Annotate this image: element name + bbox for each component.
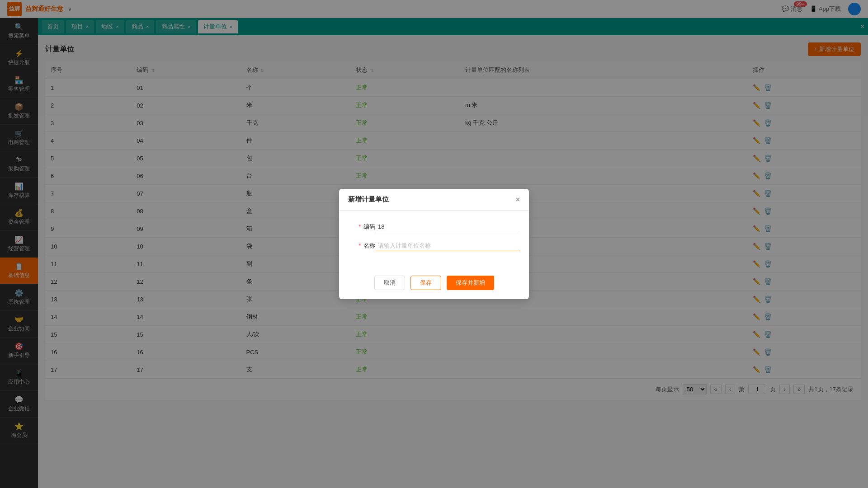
- name-input[interactable]: [375, 240, 520, 251]
- modal-close-button[interactable]: ×: [516, 196, 520, 204]
- modal-overlay[interactable]: 新增计量单位 × * 编码 * 名称 取消 保存 保存并新增: [0, 0, 868, 488]
- save-new-button[interactable]: 保存并新增: [447, 276, 494, 290]
- modal-footer: 取消 保存 保存并新增: [339, 270, 529, 299]
- code-required-mark: *: [359, 223, 361, 230]
- code-input[interactable]: [375, 221, 520, 232]
- form-row-code: * 编码: [348, 221, 520, 232]
- name-required-mark: *: [359, 242, 361, 249]
- save-button[interactable]: 保存: [410, 276, 441, 290]
- modal-header: 新增计量单位 ×: [339, 189, 529, 211]
- modal-body: * 编码 * 名称: [339, 211, 529, 270]
- add-measure-unit-modal: 新增计量单位 × * 编码 * 名称 取消 保存 保存并新增: [339, 189, 529, 299]
- code-label: * 编码: [348, 223, 375, 231]
- name-label: * 名称: [348, 242, 375, 250]
- modal-title: 新增计量单位: [348, 195, 389, 204]
- cancel-button[interactable]: 取消: [374, 276, 405, 290]
- form-row-name: * 名称: [348, 240, 520, 251]
